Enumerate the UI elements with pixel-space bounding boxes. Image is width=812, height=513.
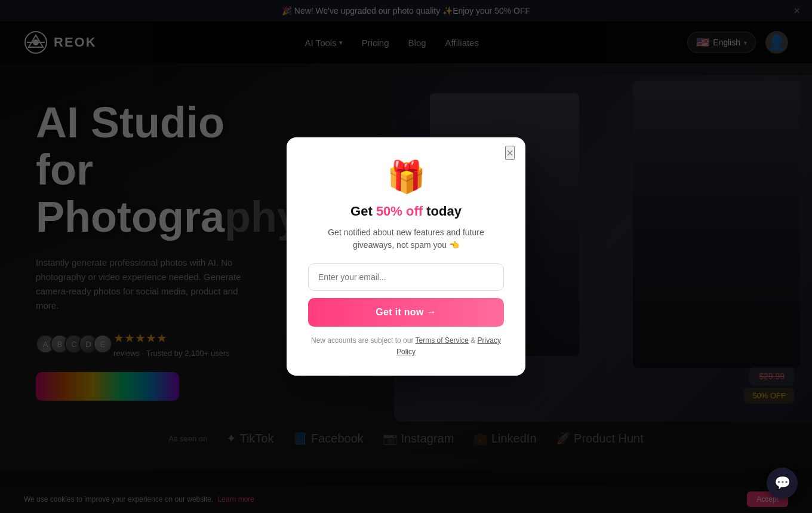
modal-icon: 🎁 <box>387 159 426 195</box>
chat-widget[interactable]: 💬 <box>767 468 798 499</box>
modal-title-highlight: 50% off <box>376 204 423 219</box>
modal-footer: New accounts are subject to our Terms of… <box>308 335 504 358</box>
modal-overlay: × 🎁 Get 50% off today Get notified about… <box>0 0 812 513</box>
footer-prefix: New accounts are subject to our <box>311 336 416 345</box>
email-input[interactable] <box>308 263 504 291</box>
modal-dialog: × 🎁 Get 50% off today Get notified about… <box>287 137 525 376</box>
submit-button[interactable]: Get it now → <box>308 298 504 327</box>
modal-close-button[interactable]: × <box>505 146 515 160</box>
modal-subtitle: Get notified about new features and futu… <box>308 226 504 251</box>
tos-link[interactable]: Terms of Service <box>416 336 469 345</box>
modal-title-prefix: Get <box>350 204 376 219</box>
modal-title: Get 50% off today <box>350 204 462 219</box>
modal-title-suffix: today <box>423 204 462 219</box>
footer-mid: & <box>469 336 478 345</box>
chat-icon: 💬 <box>774 475 791 491</box>
